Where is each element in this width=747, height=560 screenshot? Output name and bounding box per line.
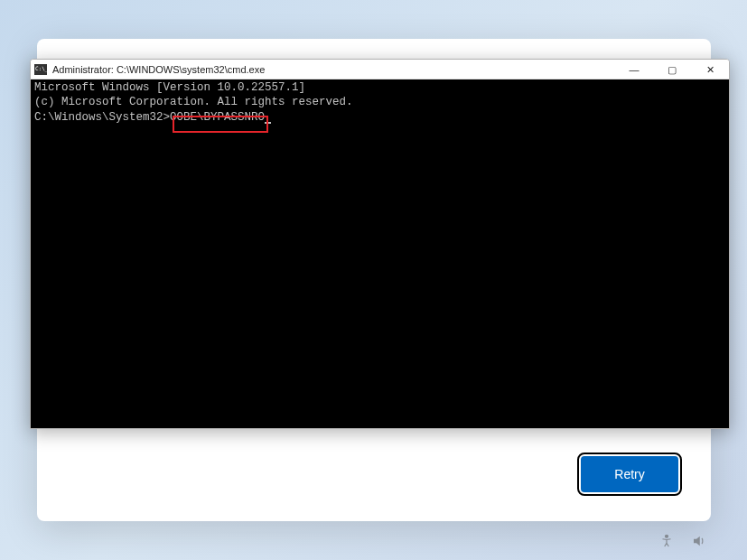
terminal-area[interactable]: Microsoft Windows [Version 10.0.22557.1]… [31,79,729,428]
cmd-icon [34,64,47,75]
prompt-text: C:\Windows\System32> [34,111,170,124]
accessibility-icon[interactable] [658,533,675,549]
command-text: OOBE\BYPASSNRO [170,111,265,124]
svg-point-0 [666,535,668,537]
version-line: Microsoft Windows [Version 10.0.22557.1] [34,80,725,95]
maximize-button[interactable]: ▢ [653,60,691,79]
window-controls: — ▢ ✕ [615,60,729,79]
window-title: Administrator: C:\WINDOWS\system32\cmd.e… [52,64,265,75]
copyright-line: (c) Microsoft Corporation. All rights re… [34,95,725,109]
close-button[interactable]: ✕ [691,60,729,79]
retry-button[interactable]: Retry [581,456,678,492]
cursor [265,122,271,124]
cmd-window: Administrator: C:\WINDOWS\system32\cmd.e… [30,59,730,429]
volume-icon[interactable] [691,533,707,549]
prompt-line: C:\Windows\System32>OOBE\BYPASSNRO [34,110,271,125]
system-tray [658,533,707,549]
titlebar[interactable]: Administrator: C:\WINDOWS\system32\cmd.e… [31,60,729,79]
minimize-button[interactable]: — [615,60,653,79]
